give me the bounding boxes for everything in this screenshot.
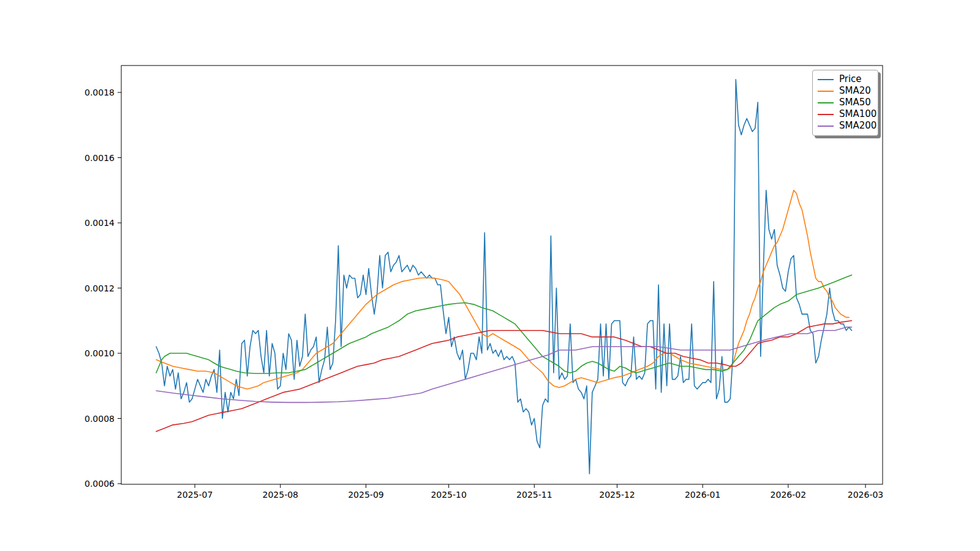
legend-label-sma50: SMA50 (839, 98, 871, 107)
x-tick-label: 2026-01 (685, 490, 721, 500)
legend-line-swatch-sma100 (818, 114, 834, 115)
legend-label-sma200: SMA200 (839, 121, 876, 130)
x-tick-label: 2025-10 (431, 490, 467, 500)
sma200-line (156, 327, 852, 402)
legend-line-swatch-price (818, 79, 834, 80)
x-tick-label: 2025-09 (348, 490, 384, 500)
x-tick-label: 2025-08 (263, 490, 299, 500)
y-tick-label: 0.0012 (85, 283, 115, 293)
legend-label-sma100: SMA100 (839, 110, 876, 119)
legend-item-sma200: SMA200 (818, 120, 873, 132)
y-tick-label: 0.0016 (85, 153, 115, 163)
x-tick-label: 2025-12 (599, 490, 635, 500)
axes-frame (121, 66, 883, 484)
legend-item-sma100: SMA100 (818, 108, 873, 120)
price-line (156, 80, 852, 474)
figure: 2025-072025-082025-092025-102025-112025-… (0, 0, 980, 551)
legend-line-swatch-sma50 (818, 102, 834, 103)
x-tick-label: 2026-02 (771, 490, 807, 500)
legend-line-swatch-sma20 (818, 91, 834, 92)
legend-label-price: Price (839, 75, 862, 84)
legend-item-price: Price (818, 73, 873, 85)
x-tick-label: 2025-07 (177, 490, 213, 500)
y-tick-label: 0.0010 (85, 348, 115, 358)
y-tick-label: 0.0014 (85, 218, 115, 228)
legend-item-sma20: SMA20 (818, 85, 873, 97)
legend-item-sma50: SMA50 (818, 97, 873, 108)
x-tick-label: 2026-03 (848, 490, 884, 500)
x-tick-label: 2025-11 (516, 490, 552, 500)
legend-label-sma20: SMA20 (839, 86, 871, 96)
sma100-line (156, 321, 852, 432)
legend-line-swatch-sma200 (818, 126, 834, 127)
y-tick-label: 0.0006 (85, 479, 115, 489)
legend: Price SMA20 SMA50 SMA100 SMA200 (812, 70, 878, 136)
y-tick-label: 0.0018 (85, 88, 115, 97)
y-tick-label: 0.0008 (85, 414, 115, 424)
